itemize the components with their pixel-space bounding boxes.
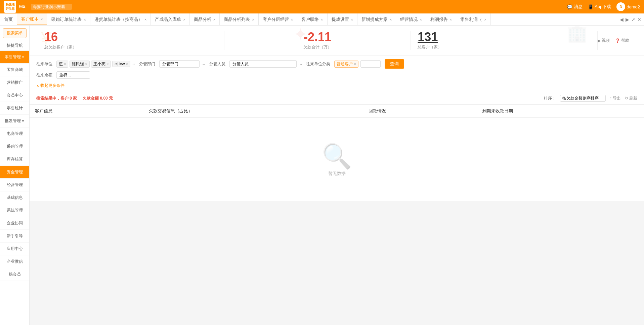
close-icon[interactable]: × (144, 17, 146, 22)
remove-unit-type-tag[interactable]: × (354, 62, 356, 66)
tab-label: 客户账本 (21, 16, 39, 22)
tab-cost-in[interactable]: 产成品入库单 × (151, 13, 189, 25)
user-menu[interactable]: D demo2 (616, 2, 640, 11)
staff-more-icon[interactable]: ··· (299, 62, 302, 67)
tab-product-analysis-list[interactable]: 商品分析列表 × (220, 13, 258, 25)
filter-tag-cjttcw: cjttcw × (112, 61, 130, 67)
remove-tag-chen[interactable]: × (85, 62, 87, 66)
collapse-btn[interactable]: ∧ 收起更多条件 (36, 83, 65, 88)
sidebar-item-wholesale[interactable]: 批发管理 ▼ (0, 115, 29, 128)
query-btn[interactable]: 查询 (385, 59, 404, 69)
tab-profit-report[interactable]: 利润报告 × (426, 13, 456, 25)
close-icon[interactable]: × (420, 17, 422, 22)
tab-raise-settings[interactable]: 提成设置 × (328, 13, 357, 25)
remove-tag-wu[interactable]: × (64, 62, 66, 66)
account-dropdown[interactable]: 母婴行业演示账套 (31, 4, 72, 10)
tab-prev-icon[interactable]: ◀ (620, 17, 624, 22)
filter-tag-chen: 陈民强 × (70, 61, 89, 68)
tab-customer-book[interactable]: 客户账本 × (17, 13, 47, 25)
dept-more-icon[interactable]: ··· (202, 62, 205, 67)
close-icon[interactable]: × (183, 17, 185, 22)
filter-more-btn[interactable]: ··· (132, 62, 135, 66)
stat-bg-icon-building: 🏢 (567, 26, 587, 43)
unit-type-select[interactable] (360, 60, 381, 68)
sidebar-item-purchase[interactable]: 采购管理 (0, 140, 29, 153)
tab-purchase-order[interactable]: 采购订单统计表 × (47, 13, 90, 25)
sidebar-item-system[interactable]: 系统管理 (0, 204, 29, 217)
unit-type-label: 往来单位分类 (306, 61, 330, 67)
tab-expand-icon[interactable]: ⤢ (631, 17, 635, 22)
sidebar-item-enterprise[interactable]: 企业协同 (0, 217, 29, 230)
sidebar-item-retail[interactable]: 零售管理 ▼ (0, 51, 29, 64)
export-btn[interactable]: ↑ 导出 (610, 96, 621, 101)
message-icon: 💬 (567, 4, 572, 9)
nav-tabs: 首页 客户账本 × 采购订单统计表 × 进货单统计表（按商品） × 产成品入库单… (0, 13, 644, 26)
sidebar-item-finance[interactable]: 资金管理 (0, 166, 29, 179)
sidebar-item-enterprise-wechat[interactable]: 企业微信 (0, 255, 29, 268)
filter-tag-wang: 王小亮 × (91, 61, 111, 68)
stat-block-amount: ✦ -2.11 欠款合计（万） (224, 31, 411, 50)
sidebar-item-basic-info[interactable]: 基础信息 (0, 191, 29, 204)
help-btn[interactable]: ❓ 帮助 (615, 38, 629, 43)
stat-value-total: 131 (418, 31, 438, 43)
sidebar-item-marketing[interactable]: 营销推广 (0, 76, 29, 89)
sort-select[interactable]: 按欠款金额倒序排序 (560, 95, 606, 102)
app-download-btn[interactable]: 📱 App下载 (588, 4, 611, 10)
video-help-btn[interactable]: ▶ 视频 (598, 38, 610, 43)
close-icon[interactable]: × (41, 17, 43, 21)
filter-tags-unit: 伍 × 陈民强 × 王小亮 × cjttcw × ··· (56, 61, 135, 68)
sidebar-item-member-vip[interactable]: 畅会员 (0, 268, 29, 281)
topbar-left: 畅捷通好生意 标版 母婴行业演示账套 (4, 1, 72, 13)
tab-product-analysis[interactable]: 商品分析 × (190, 13, 220, 25)
dept-select-wrap: 分管部门 ··· (159, 60, 205, 68)
close-icon[interactable]: × (84, 17, 86, 22)
tab-label: 采购订单统计表 (51, 16, 82, 23)
remove-tag-wang[interactable]: × (106, 62, 109, 66)
search-menu-btn[interactable]: 搜索菜单 (3, 28, 27, 38)
message-btn[interactable]: 💬 消息 (567, 4, 583, 10)
close-icon[interactable]: × (291, 17, 293, 22)
tab-customer-connect[interactable]: 客户联络 × (297, 13, 327, 25)
data-table: 客户信息 欠款交易信息（占比） 回款情况 到期未收款日期 🔍 暂无数据 (30, 105, 644, 201)
sidebar-item-retail-stats[interactable]: 零售统计 (0, 102, 29, 115)
close-icon[interactable]: × (321, 17, 323, 22)
tab-home[interactable]: 首页 (0, 13, 17, 25)
main-layout: 搜索菜单 快捷导航 零售管理 ▼ 零售商城 营销推广 会员中心 零售统计 批发管… (0, 26, 644, 325)
tab-next-icon[interactable]: ▶ (626, 17, 629, 22)
dept-select[interactable]: 分管部门 (159, 60, 200, 68)
tab-label: 新增提成方案 (361, 16, 388, 23)
balance-select[interactable]: 选择... (56, 71, 90, 79)
tab-retail-profit[interactable]: 零售利润（ × (456, 13, 490, 25)
sidebar-item-inventory[interactable]: 库存核算 (0, 153, 29, 166)
refresh-btn[interactable]: ↻ 刷新 (625, 96, 637, 101)
col-debt-info: 欠款交易信息（占比） (143, 105, 363, 118)
tab-close-all-icon[interactable]: ✕ (637, 17, 641, 22)
tab-stock-in[interactable]: 进货单统计表（按商品） × (90, 13, 151, 25)
close-icon[interactable]: × (390, 17, 392, 22)
sidebar-item-quick-nav[interactable]: 快捷导航 (0, 41, 29, 51)
sidebar-item-app-center[interactable]: 应用中心 (0, 243, 29, 255)
staff-select[interactable]: 分管人员 (229, 60, 297, 68)
tab-customer-layer[interactable]: 客户分层经营 × (259, 13, 297, 25)
sidebar-item-retail-mall[interactable]: 零售商城 (0, 64, 29, 76)
sidebar-search-area: 搜索菜单 (0, 26, 29, 41)
chevron-down-icon: ▼ (22, 56, 25, 59)
help-icon: ❓ (615, 38, 620, 43)
close-icon[interactable]: × (252, 17, 254, 22)
unit-type-select-wrap: 普通客户 × (334, 60, 380, 68)
sidebar-item-member[interactable]: 会员中心 (0, 89, 29, 102)
sidebar-item-new-guide[interactable]: 新手引导 (0, 230, 29, 243)
close-icon[interactable]: × (484, 17, 486, 22)
remove-tag-cjttcw[interactable]: × (126, 62, 128, 66)
col-repayment: 回款情况 (363, 105, 477, 118)
close-icon[interactable]: × (351, 17, 353, 22)
filter-tag-wu: 伍 × (56, 61, 68, 68)
sidebar-item-ecommerce[interactable]: 电商管理 (0, 128, 29, 140)
tab-biz-situation[interactable]: 经营情况 × (396, 13, 426, 25)
close-icon[interactable]: × (450, 17, 452, 22)
tab-label: 客户联络 (301, 16, 319, 23)
close-icon[interactable]: × (213, 17, 215, 22)
sidebar-item-operation[interactable]: 经营管理 (0, 179, 29, 191)
tab-new-raise-plan[interactable]: 新增提成方案 × (357, 13, 396, 25)
staff-label: 分管人员 (209, 61, 225, 67)
